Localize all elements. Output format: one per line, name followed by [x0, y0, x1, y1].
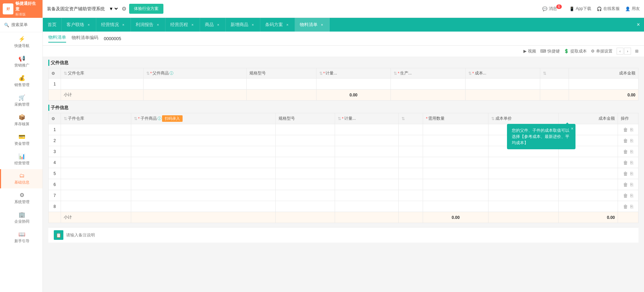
copy-icon-6[interactable]: ⎘ — [630, 182, 633, 187]
copy-icon-2[interactable]: ⎘ — [630, 138, 633, 143]
sidebar-item-system[interactable]: ⚙ 系统管理 — [0, 188, 42, 208]
child-spec-cell-5[interactable] — [276, 168, 335, 179]
child-product-cell-6[interactable] — [131, 179, 275, 190]
delete-icon-1[interactable]: 🗑 — [623, 127, 628, 132]
tab-operations[interactable]: 经营情况 × — [96, 18, 131, 32]
child-spec-cell-4[interactable] — [276, 157, 335, 168]
nav-prev-button[interactable]: ‹ — [617, 48, 623, 55]
sidebar-item-guide[interactable]: 📖 新手引导 — [0, 227, 42, 247]
child-quantity-cell-1[interactable] — [423, 124, 488, 135]
user-button[interactable]: 👤 用友 — [625, 6, 640, 12]
parent-production-cell[interactable] — [391, 79, 466, 90]
child-unit-cost-cell-7[interactable] — [488, 190, 559, 201]
settings-icon[interactable]: ⚙ — [122, 5, 126, 12]
message-button[interactable]: 💬 消息 6 — [542, 6, 564, 12]
shortcut-button[interactable]: ⌨ 快捷键 — [540, 48, 560, 54]
parent-cost-cell[interactable] — [465, 79, 540, 90]
sub-tab-bom-code[interactable]: 物料清单编码 — [72, 35, 98, 42]
parent-spec-cell[interactable] — [247, 79, 316, 90]
view-button[interactable]: ▶ 视频 — [523, 48, 536, 54]
sidebar-item-marketing[interactable]: 📢 营销推广 — [0, 52, 42, 71]
child-settings-gear-icon[interactable]: ⚙ — [51, 116, 55, 121]
copy-icon-4[interactable]: ⎘ — [630, 160, 633, 165]
delete-icon-8[interactable]: 🗑 — [623, 204, 628, 209]
app-download-button[interactable]: 📱 App下载 — [569, 6, 591, 12]
child-product-cell-3[interactable] — [131, 146, 275, 157]
sidebar-item-operations-mgr[interactable]: 📊 经营管理 — [0, 150, 42, 169]
tab-operations-close[interactable]: × — [121, 22, 126, 27]
child-quantity-cell-2[interactable] — [423, 135, 488, 146]
child-unit-cell-5[interactable] — [335, 168, 398, 179]
child-warehouse-cell-6[interactable] — [61, 179, 131, 190]
tab-home[interactable]: 首页 — [43, 18, 62, 32]
delete-icon-6[interactable]: 🗑 — [623, 182, 628, 187]
sidebar-item-inventory[interactable]: 📦 库存核算 — [0, 110, 42, 130]
child-product-cell-7[interactable] — [131, 190, 275, 201]
child-unit-cell-7[interactable] — [335, 190, 398, 201]
child-unit-cell-2[interactable] — [335, 135, 398, 146]
child-unit-cost-cell-4[interactable] — [488, 157, 559, 168]
search-menu-button[interactable]: 🔍 搜索菜单 — [3, 21, 40, 29]
delete-icon-2[interactable]: 🗑 — [623, 138, 628, 143]
child-unit-cost-cell-5[interactable] — [488, 168, 559, 179]
child-product-cell-4[interactable] — [131, 157, 275, 168]
child-unit-cell-8[interactable] — [335, 201, 398, 212]
child-quantity-cell-7[interactable] — [423, 190, 488, 201]
single-settings-button[interactable]: ⚙ 单据设置 — [591, 48, 612, 54]
child-unit-cell-3[interactable] — [335, 146, 398, 157]
tab-barcode-close[interactable]: × — [285, 22, 290, 27]
copy-icon-3[interactable]: ⎘ — [630, 149, 633, 154]
tooltip-close-button[interactable]: × — [571, 125, 573, 132]
note-input[interactable] — [66, 233, 633, 237]
parent-warehouse-cell[interactable] — [61, 79, 144, 90]
system-select[interactable]: ▼ — [108, 6, 119, 12]
sub-tab-bom-list[interactable]: 物料清单 — [48, 34, 66, 43]
child-warehouse-cell-1[interactable] — [61, 124, 131, 135]
tab-bom[interactable]: 物料清单 × — [295, 18, 330, 32]
copy-icon-5[interactable]: ⎘ — [630, 171, 633, 176]
child-quantity-cell-4[interactable] — [423, 157, 488, 168]
child-warehouse-cell-4[interactable] — [61, 157, 131, 168]
child-spec-cell-6[interactable] — [276, 179, 335, 190]
child-spec-cell-8[interactable] — [276, 201, 335, 212]
online-service-button[interactable]: 🎧 在线客服 — [597, 6, 620, 12]
child-product-cell-2[interactable] — [131, 135, 275, 146]
tab-goods[interactable]: 商品 × — [200, 18, 226, 32]
tab-barcode[interactable]: 条码方案 × — [260, 18, 295, 32]
parent-unit-cell[interactable] — [316, 79, 391, 90]
tab-customer[interactable]: 客户联络 × — [62, 18, 96, 32]
child-product-cell-5[interactable] — [131, 168, 275, 179]
grid-view-button[interactable]: ⊞ — [635, 49, 639, 54]
child-warehouse-cell-8[interactable] — [61, 201, 131, 212]
tab-history[interactable]: 经营历程 × — [165, 18, 200, 32]
tab-bar-close-button[interactable]: × — [633, 22, 644, 28]
child-unit-cell-6[interactable] — [335, 179, 398, 190]
child-quantity-cell-5[interactable] — [423, 168, 488, 179]
copy-icon-7[interactable]: ⎘ — [630, 193, 633, 198]
settings-gear-icon[interactable]: ⚙ — [51, 71, 55, 76]
extract-cost-button[interactable]: 💲 提取成本 — [564, 48, 587, 54]
delete-icon-5[interactable]: 🗑 — [623, 171, 628, 176]
tab-history-close[interactable]: × — [190, 22, 195, 27]
copy-icon-1[interactable]: ⎘ — [630, 127, 633, 132]
sidebar-item-basic-info[interactable]: 🗂 基础信息 — [0, 169, 42, 188]
nav-next-button[interactable]: › — [624, 48, 631, 55]
child-spec-cell-7[interactable] — [276, 190, 335, 201]
parent-product-cell[interactable] — [143, 79, 247, 90]
scan-input-button[interactable]: 扫码录入 — [162, 115, 183, 122]
child-warehouse-cell-2[interactable] — [61, 135, 131, 146]
tab-profit-close[interactable]: × — [156, 22, 160, 27]
sidebar-item-enterprise[interactable]: 🏢 企业协同 — [0, 208, 42, 227]
child-warehouse-cell-3[interactable] — [61, 146, 131, 157]
tab-new-goods[interactable]: 新增商品 × — [226, 18, 260, 32]
child-product-cell-8[interactable] — [131, 201, 275, 212]
copy-icon-8[interactable]: ⎘ — [630, 204, 633, 209]
sidebar-item-purchase[interactable]: 🛒 采购管理 — [0, 91, 42, 110]
child-unit-cell-1[interactable] — [335, 124, 398, 135]
tab-goods-close[interactable]: × — [216, 22, 221, 27]
sidebar-item-quick-nav[interactable]: ⚡ 快捷导航 — [0, 32, 42, 52]
sidebar-item-finance[interactable]: 💳 资金管理 — [0, 130, 42, 150]
sidebar-item-sales[interactable]: 💰 销售管理 — [0, 71, 42, 91]
delete-icon-7[interactable]: 🗑 — [623, 193, 628, 198]
child-spec-cell-1[interactable] — [276, 124, 335, 135]
